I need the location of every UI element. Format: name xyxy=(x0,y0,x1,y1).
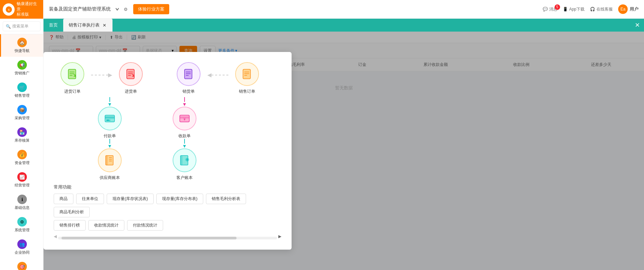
tab-close-button[interactable]: ✕ xyxy=(102,22,107,28)
func-btn-stock-status[interactable]: 现存量(库存状况表) xyxy=(107,194,154,204)
scrollbar-thumb xyxy=(62,237,237,239)
main-close-button[interactable]: ✕ xyxy=(635,21,640,29)
svg-text:¥: ¥ xyxy=(109,119,111,122)
collection-icon: ¥ xyxy=(173,107,196,130)
newbie-icon: 🎯 xyxy=(17,262,27,270)
username-label: 用户 xyxy=(630,6,639,12)
flow-row-2: ▼ ¥ xyxy=(54,97,281,181)
settings-button[interactable]: ⚙ xyxy=(124,7,128,12)
flow-node-sales-receipt[interactable]: 销货单 xyxy=(177,62,201,94)
func-btn-sales-profit[interactable]: 销售毛利分析表 xyxy=(206,194,246,204)
supplier-ledger-svg xyxy=(104,154,116,166)
svg-rect-14 xyxy=(243,69,250,79)
supplier-ledger-icon xyxy=(98,148,122,172)
panel-scrollbar-area: ◀ ▶ xyxy=(54,233,281,239)
sales-receipt-icon xyxy=(177,62,201,86)
app-logo: 6 畅康通好生意 标准版 xyxy=(0,0,43,19)
sidebar-item-newbie[interactable]: 🎯 新手引导 xyxy=(0,258,43,270)
func-btn-counterpart[interactable]: 往来单位 xyxy=(76,194,104,204)
func-btn-stock-dist[interactable]: 现存量(库存分布表) xyxy=(156,194,203,204)
arrow-1: ▶ xyxy=(91,72,112,78)
svg-rect-31 xyxy=(180,156,182,165)
enterprise-icon: 👥 xyxy=(17,239,27,249)
flow-node-collection[interactable]: ¥ 收款单 xyxy=(173,107,196,139)
tab-home[interactable]: 首页 xyxy=(43,19,63,32)
logo-text: 畅康通好生意 标准版 xyxy=(17,1,40,17)
sidebar-item-purchase[interactable]: 📦 采购管理 xyxy=(0,102,43,124)
arrow-down-collection: ▼ xyxy=(182,97,187,107)
sales-icon: 🛒 xyxy=(17,83,27,92)
try-plan-button[interactable]: 体验行业方案 xyxy=(133,4,169,14)
sidebar-item-system[interactable]: ⚙ 系统管理 xyxy=(0,214,43,236)
func-btn-product[interactable]: 商品 xyxy=(54,194,73,204)
svg-rect-2 xyxy=(68,69,76,79)
message-icon: 💬 xyxy=(543,7,548,12)
flow-node-customer-ledger[interactable]: 客户账本 xyxy=(173,148,196,181)
sidebar-item-inventory[interactable]: 🏪 库存核算 xyxy=(0,124,43,146)
settings-icon: ⚙ xyxy=(124,7,128,12)
sidebar-nav: 🏠 快捷导航 📢 营销推广 🛒 销售管理 📦 采购管理 🏪 库存核算 💰 xyxy=(0,34,43,270)
arrow-2: ◀ xyxy=(207,72,228,78)
sidebar-item-marketing[interactable]: 📢 营销推广 xyxy=(0,57,43,79)
arrow-down-payment: ▼ xyxy=(107,97,112,107)
payment-svg: ¥ xyxy=(104,112,116,125)
svg-rect-23 xyxy=(106,156,108,165)
func-btn-payment-stats[interactable]: 付款情况统计 xyxy=(127,220,163,231)
avatar: Ea xyxy=(618,4,628,14)
inventory-icon: 🏪 xyxy=(17,127,27,137)
flow-node-supplier-ledger[interactable]: 供应商账本 xyxy=(98,148,122,181)
func-buttons-row2: 销售排行榜 收款情况统计 付款情况统计 xyxy=(54,220,281,231)
func-btn-product-profit[interactable]: 商品毛利分析 xyxy=(54,207,90,217)
customer-ledger-svg xyxy=(178,154,191,166)
sidebar-item-enterprise[interactable]: 👥 企业协同 xyxy=(0,236,43,258)
search-icon: 🔍 xyxy=(6,24,11,29)
sidebar-search-area: 🔍 搜索菜单 xyxy=(0,19,43,34)
svg-text:¥: ¥ xyxy=(183,118,186,121)
common-functions: 常用功能 商品 往来单位 现存量(库存状况表) 现存量(库存分布表) 销售毛利分… xyxy=(54,184,281,231)
sidebar-item-operation[interactable]: 📈 经营管理 xyxy=(0,169,43,191)
sales-order-icon xyxy=(235,62,259,86)
main-area: 装备及固定资产辅助管理系统 ⚙ 体验行业方案 💬 消息 5 📱 App下载 xyxy=(43,0,644,270)
system-icon: ⚙ xyxy=(17,217,27,227)
func-buttons-row1: 商品 往来单位 现存量(库存状况表) 现存量(库存分布表) 销售毛利分析表 商品… xyxy=(54,194,281,217)
sales-receipt-svg xyxy=(182,68,195,80)
sales-order-svg xyxy=(241,68,253,80)
marketing-icon: 📢 xyxy=(17,60,27,70)
arrow-down-supplier: ▼ xyxy=(107,139,112,148)
func-btn-sales-rank[interactable]: 销售排行榜 xyxy=(54,220,86,231)
user-section: Ea 用户 xyxy=(618,4,639,14)
search-menu-button[interactable]: 🔍 搜索菜单 xyxy=(3,21,40,31)
service-icon: 🎧 xyxy=(590,7,595,12)
flow-col-collection: ▼ ¥ 收款单 xyxy=(166,97,203,181)
purchase-order-svg xyxy=(66,68,79,80)
header-right: 💬 消息 5 📱 App下载 🎧 在线客服 Ea 用户 xyxy=(543,4,639,14)
sidebar-item-quick[interactable]: 🏠 快捷导航 xyxy=(0,34,43,57)
overlay[interactable]: 进货订单 ▶ xyxy=(43,32,644,270)
basic-icon: ℹ xyxy=(17,195,27,204)
message-button[interactable]: 💬 消息 5 xyxy=(543,6,557,12)
system-dropdown[interactable] xyxy=(115,7,120,12)
purchase-receipt-icon xyxy=(119,62,143,86)
flow-node-purchase-order[interactable]: 进货订单 xyxy=(60,62,84,94)
customer-ledger-icon xyxy=(173,148,196,172)
common-funcs-title: 常用功能 xyxy=(54,184,281,190)
system-title: 装备及固定资产辅助管理系统 xyxy=(49,6,111,12)
scroll-right-arrow[interactable]: ▶ xyxy=(278,234,281,239)
flow-node-payment[interactable]: ¥ 付款单 xyxy=(98,107,122,139)
sidebar: 6 畅康通好生意 标准版 🔍 搜索菜单 🏠 快捷导航 📢 营销推广 � xyxy=(0,0,43,270)
tab-sales-order-exec[interactable]: 销售订单执行表 ✕ xyxy=(63,19,112,32)
panel-scrollbar[interactable] xyxy=(58,237,277,239)
app-download-button[interactable]: 📱 App下载 xyxy=(563,6,585,12)
svg-rect-6 xyxy=(127,69,134,79)
flow-row-1: 进货订单 ▶ xyxy=(54,62,281,94)
scroll-left-arrow[interactable]: ◀ xyxy=(54,234,57,239)
func-btn-collection-stats[interactable]: 收款情况统计 xyxy=(88,220,124,231)
online-service-button[interactable]: 🎧 在线客服 xyxy=(590,6,613,12)
sidebar-item-sales[interactable]: 🛒 销售管理 xyxy=(0,79,43,102)
download-icon: 📱 xyxy=(563,7,568,12)
sidebar-item-finance[interactable]: 💰 资金管理 xyxy=(0,146,43,169)
sidebar-item-basic[interactable]: ℹ 基础信息 xyxy=(0,191,43,214)
flow-node-sales-order[interactable]: 销售订单 xyxy=(235,62,259,94)
flow-node-purchase-receipt[interactable]: 进货单 xyxy=(119,62,143,94)
quick-guide-panel: 进货订单 ▶ xyxy=(43,52,292,250)
